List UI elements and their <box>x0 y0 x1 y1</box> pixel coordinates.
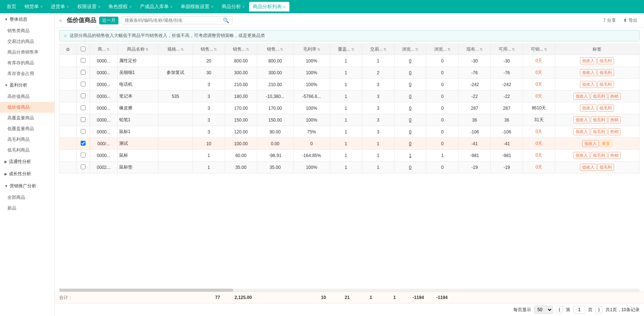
tag-label: 低毛利 <box>597 164 614 171</box>
sidebar-item-low-margin[interactable]: 低毛利商品 <box>0 145 54 156</box>
browse1-link[interactable]: 0 <box>409 106 412 111</box>
sidebar-group-profit[interactable]: ▼ 盈利分析 <box>0 79 54 91</box>
cell-cover: 1 <box>330 150 362 162</box>
row-checkbox[interactable] <box>81 94 85 98</box>
sidebar-group-marketing[interactable]: ▼ 营销推广分析 <box>0 180 54 192</box>
col-browse1: 浏览...⇅ <box>394 44 426 55</box>
nav-sales-order[interactable]: 销货单× <box>21 2 46 11</box>
table-scroll-bar-inner <box>59 289 233 292</box>
cell-available: -30 <box>491 55 523 67</box>
table-row: 0000... 鼠标1 3 120.00 90.00 75% 1 3 0 0 -… <box>60 126 640 138</box>
nav-close-4[interactable]: × <box>129 4 131 9</box>
nav-purchase-order[interactable]: 进货单× <box>47 2 73 11</box>
sidebar-collapse-btn[interactable]: « <box>59 17 62 23</box>
page-input[interactable] <box>573 306 585 313</box>
cell-available: -22 <box>491 91 523 102</box>
nav-close-7[interactable]: × <box>242 4 245 9</box>
row-checkbox[interactable] <box>81 70 85 75</box>
tag-label: 低毛利 <box>591 128 607 135</box>
footer-available: -1194 <box>431 294 453 301</box>
cell-tags: 低收入低毛利热销 <box>555 91 639 102</box>
browse1-link[interactable]: 0 <box>409 165 412 170</box>
cell-sale3: -98.91 <box>257 150 293 162</box>
browse1-link[interactable]: 0 <box>409 141 412 146</box>
browse1-link[interactable]: 0 <box>409 82 412 87</box>
sidebar-item-sales-goods[interactable]: 销售类商品 <box>0 26 54 36</box>
sidebar-group-overall[interactable]: ▼ 整体信息 <box>0 13 54 26</box>
browse1-link[interactable]: 0 <box>409 58 412 64</box>
row-checkbox[interactable] <box>81 58 85 63</box>
col-settings[interactable]: ⚙ <box>60 44 77 55</box>
sidebar-item-stock-goods[interactable]: 有库存的商品 <box>0 58 54 68</box>
cell-trade: 1 <box>362 162 394 173</box>
sidebar-item-high-cover[interactable]: 高覆盖量商品 <box>0 113 54 123</box>
cell-settings <box>60 79 77 91</box>
cell-available: -106 <box>491 126 523 138</box>
nav-product-analysis-list[interactable]: 商品分析列表× <box>249 2 289 11</box>
nav-close-2[interactable]: × <box>67 4 69 9</box>
cell-current: -22 <box>459 91 491 102</box>
cell-browse1: 0 <box>394 67 426 79</box>
select-all-checkbox[interactable] <box>81 47 85 51</box>
row-checkbox[interactable] <box>81 117 85 122</box>
cell-spec <box>158 126 192 138</box>
row-checkbox[interactable] <box>81 82 85 86</box>
col-browse2: 浏览...⇅ <box>426 44 459 55</box>
sidebar-group-flow[interactable]: ▶ 流通性分析 <box>0 156 54 168</box>
tag-label: 低毛利 <box>597 105 614 112</box>
sidebar-item-stock-capital[interactable]: 库存资金占用 <box>0 68 54 79</box>
cell-margin: -5766.6... <box>293 91 330 102</box>
row-checkbox[interactable] <box>81 164 85 169</box>
nav-template[interactable]: 单据模板设置× <box>177 2 217 11</box>
nav-close-3[interactable]: × <box>98 4 100 9</box>
row-checkbox[interactable] <box>81 153 85 157</box>
search-icon[interactable]: 🔍 <box>223 17 229 23</box>
nav-close-5[interactable]: × <box>170 4 172 9</box>
sidebar-item-all-goods[interactable]: 全部商品 <box>0 192 54 203</box>
tag-label: 低收入 <box>580 105 597 112</box>
col-margin: 毛利率⇅ <box>293 44 330 55</box>
search-input[interactable] <box>125 18 223 23</box>
nav-close-6[interactable]: × <box>211 4 213 9</box>
sidebar-item-high-value[interactable]: 高价值商品 <box>0 91 54 102</box>
time-filter-btn[interactable]: 近一月 <box>99 17 118 24</box>
cell-tags: 低收入低毛利 <box>555 67 639 79</box>
share-btn[interactable]: ⤴ 分享 <box>601 17 618 24</box>
nav-permission[interactable]: 权限设置× <box>74 2 104 11</box>
nav-product-analysis[interactable]: 商品分析× <box>218 2 248 11</box>
page-label: 第 <box>566 307 570 313</box>
sidebar-item-new-goods[interactable]: 新品 <box>0 203 54 214</box>
first-page-btn[interactable]: ⟨ <box>556 306 563 313</box>
row-checkbox[interactable] <box>81 141 85 146</box>
sidebar-group-growth[interactable]: ▶ 成长性分析 <box>0 168 54 180</box>
cell-sale2: 180.00 <box>225 91 257 102</box>
browse1-link[interactable]: 0 <box>409 70 412 75</box>
per-page-select[interactable]: 50 100 200 <box>534 306 553 314</box>
browse1-link[interactable]: 1 <box>409 153 412 158</box>
sidebar-item-category-sales[interactable]: 商品分类销售率 <box>0 47 54 58</box>
browse1-link[interactable]: 0 <box>409 129 412 135</box>
cell-browse1: 0 <box>394 114 426 126</box>
sidebar-item-low-cover[interactable]: 低覆盖量商品 <box>0 123 54 134</box>
sidebar-item-low-value[interactable]: 低价值商品 <box>0 102 54 113</box>
tag-label: 热销 <box>608 116 621 123</box>
cell-sale2: 210.00 <box>225 79 257 91</box>
footer-browse2: 1 <box>383 294 406 301</box>
browse1-link[interactable]: 0 <box>409 118 412 123</box>
cell-tags: 低收入低毛利热销 <box>555 150 639 162</box>
nav-close-8[interactable]: × <box>283 4 285 9</box>
cell-sale1: 20 <box>193 55 225 67</box>
sidebar-item-traded-goods[interactable]: 交易过的商品 <box>0 36 54 47</box>
nav-product-in[interactable]: 产成品入库单× <box>136 2 176 11</box>
browse1-link[interactable]: 0 <box>409 94 412 99</box>
nav-close-1[interactable]: × <box>40 4 43 9</box>
sidebar-item-high-margin[interactable]: 高毛利商品 <box>0 134 54 145</box>
row-checkbox[interactable] <box>81 105 85 110</box>
cell-checkbox <box>76 79 90 91</box>
row-checkbox[interactable] <box>81 129 85 134</box>
nav-home[interactable]: 首页 <box>3 2 20 11</box>
next-page-btn[interactable]: ⟩ <box>596 306 603 313</box>
export-btn[interactable]: ⬆ 导出 <box>621 17 640 24</box>
nav-role[interactable]: 角色授权× <box>105 2 135 11</box>
arrow-marketing: ▼ <box>4 184 8 188</box>
